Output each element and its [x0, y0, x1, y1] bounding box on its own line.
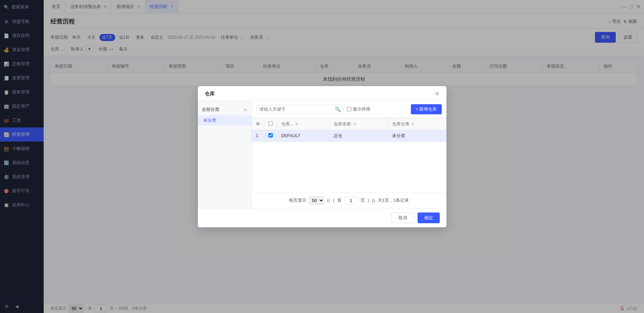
category-label: 未分类 — [203, 118, 216, 123]
gear-icon[interactable]: ⚙ — [256, 121, 260, 126]
modal-title: 仓库 — [205, 91, 215, 97]
modal-header: 仓库 ✕ — [198, 86, 446, 101]
show-disabled-checkbox-label[interactable]: 显示停用 — [347, 106, 370, 112]
sort-icon-3: ⇅ — [411, 122, 414, 126]
modal-per-page-label: 每页显示 — [289, 197, 306, 203]
row-name: 总仓 — [330, 130, 388, 142]
modal-pagination: 每页显示 50 ⟨⟨ ⟨ 算 页 ⟩ ⟩⟩ 共1页，1条记录 — [252, 193, 446, 208]
confirm-button[interactable]: 确定 — [418, 212, 440, 223]
row-category: 未分类 — [388, 130, 446, 142]
select-all-checkbox[interactable] — [268, 121, 273, 126]
modal-prev-btn[interactable]: ⟨ — [333, 198, 335, 203]
modal-close-button[interactable]: ✕ — [435, 91, 440, 97]
cancel-button[interactable]: 取消 — [391, 212, 414, 223]
show-disabled-checkbox[interactable] — [347, 107, 351, 111]
category-header[interactable]: 全部分类 « — [198, 104, 251, 115]
th-warehouse-name: 仓库名称 ⇅ — [330, 118, 388, 130]
th-warehouse-category: 仓库分类 ⇅ — [388, 118, 446, 130]
modal-last-btn[interactable]: ⟩⟩ — [372, 198, 375, 203]
row-index: 1 — [252, 130, 264, 142]
table-row[interactable]: 1 DEFAULT 总仓 未分类 — [252, 130, 446, 142]
modal-overlay: 仓库 ✕ 全部分类 « 未分类 — [0, 0, 644, 313]
th-gear: ⚙ — [252, 118, 264, 130]
row-checkbox-cell — [264, 130, 277, 142]
th-warehouse-code: 仓库... ⇅ — [277, 118, 330, 130]
modal-page-suffix: 页 — [360, 197, 365, 203]
warehouse-modal: 仓库 ✕ 全部分类 « 未分类 — [198, 86, 446, 227]
modal-body: 全部分类 « 未分类 🔍 — [198, 101, 446, 208]
category-header-label: 全部分类 — [202, 107, 219, 113]
row-checkbox[interactable] — [268, 133, 273, 138]
th-select-all — [264, 118, 277, 130]
modal-next-btn[interactable]: ⟩ — [368, 198, 369, 203]
modal-toolbar: 🔍 显示停用 + 新增仓库 — [252, 101, 446, 118]
modal-per-page-select[interactable]: 50 — [309, 196, 324, 205]
modal-total: 共1页，1条记录 — [378, 197, 409, 203]
category-item-unclassified[interactable]: 未分类 — [198, 115, 251, 125]
modal-actions: 取消 确定 — [198, 208, 446, 227]
show-disabled-label: 显示停用 — [353, 106, 370, 112]
modal-calc-label: 算 — [337, 197, 342, 203]
modal-warehouse-table: ⚙ 仓库... ⇅ 仓库名称 — [252, 118, 446, 142]
sidebar-collapse-icon[interactable]: « — [244, 106, 247, 113]
modal-first-btn[interactable]: ⟨⟨ — [327, 198, 330, 203]
modal-page-input[interactable] — [344, 197, 358, 204]
modal-search-box: 🔍 — [256, 105, 344, 114]
sort-icon-2: ⇅ — [353, 122, 356, 126]
modal-table-wrap: ⚙ 仓库... ⇅ 仓库名称 — [252, 118, 446, 193]
search-icon[interactable]: 🔍 — [335, 107, 341, 112]
modal-main-content: 🔍 显示停用 + 新增仓库 ⚙ — [252, 101, 446, 208]
modal-category-sidebar: 全部分类 « 未分类 — [198, 101, 252, 208]
row-code: DEFAULT — [277, 130, 330, 142]
modal-search-input[interactable] — [259, 107, 335, 112]
add-warehouse-button[interactable]: + 新增仓库 — [411, 104, 441, 114]
sort-icon: ⇅ — [295, 122, 298, 126]
